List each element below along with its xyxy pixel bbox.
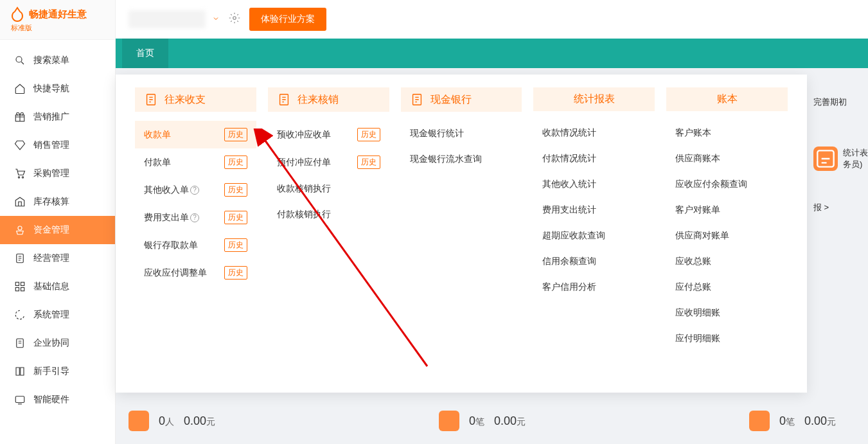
nav-item-2[interactable]: 营销推广: [0, 103, 115, 131]
mega-item[interactable]: 现金银行统计: [401, 121, 522, 147]
nav-item-12[interactable]: 智能硬件: [0, 386, 115, 414]
mega-item-label: 应收明细账: [675, 307, 720, 319]
nav-item-6[interactable]: 资金管理: [0, 216, 115, 244]
loading-icon: [14, 309, 26, 321]
mega-item[interactable]: 客户信用分析: [533, 274, 655, 300]
mega-item-label: 应收总账: [675, 256, 711, 267]
svg-point-3: [22, 177, 23, 178]
history-tag[interactable]: 历史: [357, 155, 380, 169]
svg-rect-8: [15, 288, 19, 291]
mega-menu: 往来收支收款单历史付款单历史其他收入单?历史费用支出单?历史银行存取款单历史应收…: [116, 75, 807, 393]
nav-list: 搜索菜单快捷导航营销推广销售管理采购管理库存核算资金管理经营管理基础信息系统管理…: [0, 40, 115, 444]
stats-icon: [813, 147, 838, 171]
mega-item[interactable]: 应收总账: [666, 249, 788, 274]
mega-item[interactable]: 供应商对账单: [666, 223, 788, 249]
nav-label: 搜索菜单: [33, 55, 69, 66]
nav-item-1[interactable]: 快捷导航: [0, 75, 115, 103]
mega-item[interactable]: 应收应付调整单历史: [135, 259, 256, 287]
book-icon: [14, 366, 26, 377]
page-icon: [14, 337, 26, 349]
mega-item[interactable]: 客户对账单: [666, 197, 788, 223]
mega-item[interactable]: 收款单历史: [135, 121, 256, 148]
history-tag[interactable]: 历史: [224, 183, 247, 197]
help-icon[interactable]: ?: [190, 213, 199, 222]
mega-item-label: 应收应付余额查询: [675, 179, 747, 190]
mega-header-text: 现金银行: [430, 93, 472, 107]
mega-item[interactable]: 收款核销执行: [268, 176, 389, 202]
mega-item[interactable]: 供应商账本: [666, 146, 788, 172]
logo-subtitle: 标准版: [11, 23, 105, 33]
mega-item[interactable]: 超期应收款查询: [533, 223, 655, 249]
right-item-3[interactable]: 报 >: [810, 195, 868, 220]
cta-button[interactable]: 体验行业方案: [249, 8, 326, 31]
nav-label: 销售管理: [33, 139, 69, 151]
money-icon: [14, 224, 26, 236]
history-tag[interactable]: 历史: [224, 211, 247, 224]
chevron-down-icon[interactable]: [212, 13, 220, 25]
mega-item-label: 现金银行统计: [410, 128, 464, 139]
right-item-1[interactable]: 完善期初: [810, 90, 868, 114]
mega-item[interactable]: 其他收入单?历史: [135, 176, 256, 204]
bottom-stats: 0人 0.00元 0笔 0.00元 0笔 0.00元: [128, 411, 836, 431]
mega-item-label: 付款情况统计: [542, 153, 596, 164]
nav-item-5[interactable]: 库存核算: [0, 188, 115, 216]
mega-item[interactable]: 付款单历史: [135, 148, 256, 176]
nav-item-7[interactable]: 经营管理: [0, 244, 115, 272]
mega-item-label: 其他收入单?: [144, 184, 199, 196]
svg-rect-9: [21, 288, 24, 291]
history-tag[interactable]: 历史: [224, 266, 247, 280]
mega-item[interactable]: 其他收入统计: [533, 172, 655, 197]
nav-item-0[interactable]: 搜索菜单: [0, 46, 115, 75]
nav-label: 智能硬件: [33, 394, 69, 405]
mega-item[interactable]: 银行存取款单历史: [135, 231, 256, 259]
history-tag[interactable]: 历史: [224, 155, 247, 169]
mega-item-label: 其他收入统计: [542, 179, 596, 190]
nav-item-11[interactable]: 新手引导: [0, 357, 115, 386]
mega-item-label: 预付冲应付单: [277, 157, 331, 168]
nav-item-10[interactable]: 企业协同: [0, 329, 115, 357]
mega-header-text: 往来核销: [297, 93, 339, 107]
history-tag[interactable]: 历史: [224, 238, 247, 252]
mega-item[interactable]: 预收冲应收单历史: [268, 121, 389, 148]
mega-item[interactable]: 现金银行流水查询: [401, 147, 522, 172]
nav-item-8[interactable]: 基础信息: [0, 272, 115, 301]
mega-item-label: 收款核销执行: [277, 183, 331, 195]
nav-item-3[interactable]: 销售管理: [0, 131, 115, 159]
mega-item[interactable]: 付款核销执行: [268, 202, 389, 227]
gift-icon: [14, 111, 26, 123]
mega-col-2: 现金银行现金银行统计现金银行流水查询: [401, 87, 522, 380]
mega-item-label: 银行存取款单: [144, 240, 198, 251]
logo-icon: [10, 6, 25, 22]
nav-label: 经营管理: [33, 253, 69, 264]
mega-header: 往来收支: [135, 87, 256, 112]
mega-item[interactable]: 费用支出统计: [533, 197, 655, 223]
nav-item-9[interactable]: 系统管理: [0, 301, 115, 329]
mega-header-text: 往来收支: [164, 93, 206, 107]
tab-home[interactable]: 首页: [122, 39, 168, 68]
logo-title: 畅捷通好生意: [29, 8, 87, 21]
help-icon[interactable]: ?: [190, 186, 199, 195]
nav-item-4[interactable]: 采购管理: [0, 159, 115, 188]
mega-item[interactable]: 付款情况统计: [533, 146, 655, 172]
mega-item[interactable]: 应付总账: [666, 274, 788, 300]
nav-label: 营销推广: [33, 111, 69, 123]
doc-icon: [144, 93, 158, 107]
history-tag[interactable]: 历史: [357, 128, 380, 141]
org-selector[interactable]: [128, 10, 206, 28]
mega-item-label: 应付总账: [675, 281, 711, 293]
right-item-2[interactable]: 统计表 务员): [810, 140, 868, 177]
mega-item-label: 收款单: [144, 129, 171, 141]
history-tag[interactable]: 历史: [224, 128, 247, 141]
mega-item[interactable]: 费用支出单?历史: [135, 204, 256, 231]
mega-item[interactable]: 应收应付余额查询: [666, 172, 788, 197]
mega-item[interactable]: 应收明细账: [666, 300, 788, 326]
mega-item-label: 现金银行流水查询: [410, 154, 482, 165]
mega-item[interactable]: 收款情况统计: [533, 120, 655, 146]
mega-item[interactable]: 信用余额查询: [533, 249, 655, 274]
svg-point-12: [233, 17, 236, 20]
mega-item[interactable]: 客户账本: [666, 120, 788, 146]
mega-item[interactable]: 预付冲应付单历史: [268, 148, 389, 176]
gear-icon[interactable]: [226, 10, 243, 29]
mega-item[interactable]: 应付明细账: [666, 326, 788, 351]
stat-icon-3: [749, 411, 770, 431]
